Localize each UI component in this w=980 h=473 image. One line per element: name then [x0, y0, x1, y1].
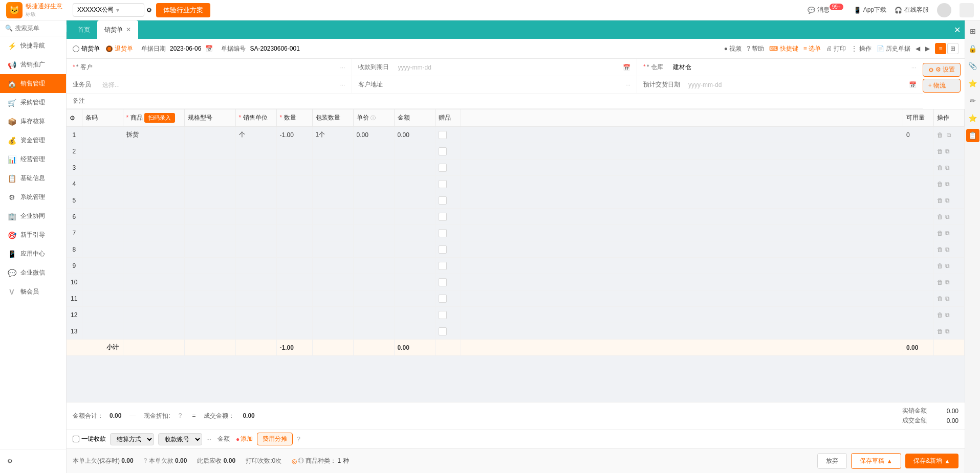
cell-gift-2[interactable]	[435, 143, 461, 160]
scan-button[interactable]: 扫码录入	[144, 113, 175, 123]
cell-unit-4[interactable]	[235, 176, 276, 192]
online-service-item[interactable]: 🎧 在线客服	[895, 6, 929, 14]
cell-gift-3[interactable]	[435, 160, 461, 176]
cell-pkgqty-11[interactable]	[312, 290, 353, 307]
cell-qty-7[interactable]	[276, 225, 312, 241]
trial-button[interactable]: 体验行业方案	[156, 3, 210, 17]
payment-date-input[interactable]	[398, 64, 623, 71]
cell-product-4[interactable]	[123, 176, 184, 192]
cell-price-6[interactable]	[353, 209, 394, 225]
radio-return-input[interactable]	[106, 46, 113, 52]
sidebar-item-newbie[interactable]: 🎯 新手引导	[0, 226, 66, 244]
cell-barcode-7[interactable]	[82, 225, 123, 241]
copy-icon-5[interactable]: ⧉	[945, 197, 950, 204]
customer-input[interactable]	[102, 64, 338, 71]
help-expense-icon[interactable]: ?	[297, 436, 300, 443]
cell-gift-13[interactable]	[435, 323, 461, 340]
float-btn-5[interactable]: ✏	[966, 94, 979, 107]
sidebar-item-appstore[interactable]: 📱 应用中心	[0, 244, 66, 263]
float-btn-4[interactable]: ⭐	[966, 77, 979, 90]
cell-barcode-10[interactable]	[82, 274, 123, 290]
cell-barcode-11[interactable]	[82, 290, 123, 307]
cell-price-9[interactable]	[353, 258, 394, 274]
save-draft-button[interactable]: 保存草稿 ▲	[851, 453, 901, 469]
delete-icon-7[interactable]: 🗑	[937, 230, 943, 237]
copy-icon-6[interactable]: ⧉	[945, 213, 950, 220]
cell-barcode-6[interactable]	[82, 209, 123, 225]
cell-qty-1[interactable]: -1.00	[276, 127, 312, 143]
cell-pkgqty-8[interactable]	[312, 241, 353, 258]
copy-icon-10[interactable]: ⧉	[945, 279, 950, 286]
cell-price-3[interactable]	[353, 160, 394, 176]
cell-product-13[interactable]	[123, 323, 184, 340]
cell-product-6[interactable]	[123, 209, 184, 225]
cell-unit-12[interactable]	[235, 307, 276, 323]
avatar[interactable]	[937, 3, 951, 17]
cell-barcode-8[interactable]	[82, 241, 123, 258]
cell-product-5[interactable]	[123, 192, 184, 209]
delete-icon-3[interactable]: 🗑	[937, 164, 943, 171]
cell-qty-9[interactable]	[276, 258, 312, 274]
copy-icon-4[interactable]: ⧉	[945, 181, 950, 188]
cell-unit-9[interactable]	[235, 258, 276, 274]
float-btn-orange[interactable]: 📋	[966, 129, 979, 142]
save-new-button[interactable]: 保存&新增 ▲	[905, 454, 959, 468]
float-btn-3[interactable]: 📎	[966, 59, 979, 73]
cell-qty-10[interactable]	[276, 274, 312, 290]
sidebar-item-member[interactable]: V 畅会员	[0, 282, 66, 301]
shortcut-btn[interactable]: ⌨ 快捷键	[769, 44, 798, 53]
cell-barcode-4[interactable]	[82, 176, 123, 192]
copy-icon-2[interactable]: ⧉	[945, 148, 950, 155]
cell-gift-8[interactable]	[435, 241, 461, 258]
cell-barcode-13[interactable]	[82, 323, 123, 340]
cell-spec-11[interactable]	[184, 290, 235, 307]
delete-icon-8[interactable]: 🗑	[937, 246, 943, 253]
delete-icon-13[interactable]: 🗑	[937, 328, 943, 335]
cell-spec-12[interactable]	[184, 307, 235, 323]
cell-pkgqty-10[interactable]	[312, 274, 353, 290]
delivery-calendar-icon[interactable]: 📅	[909, 81, 917, 88]
logistics-button[interactable]: + 物流	[923, 79, 961, 93]
cell-qty-4[interactable]	[276, 176, 312, 192]
add-payment-button[interactable]: ● 添加	[236, 435, 253, 443]
cell-spec-1[interactable]	[184, 127, 235, 143]
cell-price-8[interactable]	[353, 241, 394, 258]
help-discount-icon[interactable]: ?	[179, 412, 182, 419]
cell-unit-5[interactable]	[235, 192, 276, 209]
discard-button[interactable]: 放弃	[817, 453, 847, 469]
delete-icon-10[interactable]: 🗑	[937, 279, 943, 286]
grid-view-btn[interactable]: ⊞	[947, 43, 959, 54]
cell-unit-10[interactable]	[235, 274, 276, 290]
operation-btn[interactable]: ⋮ 操作	[851, 44, 871, 53]
cell-spec-9[interactable]	[184, 258, 235, 274]
cell-pkgqty-7[interactable]	[312, 225, 353, 241]
cell-qty-12[interactable]	[276, 307, 312, 323]
cell-pkgqty-4[interactable]	[312, 176, 353, 192]
radio-sales-input[interactable]	[73, 46, 79, 52]
cell-pkgqty-9[interactable]	[312, 258, 353, 274]
addr-dots-icon[interactable]: ···	[625, 81, 630, 88]
cell-pkgqty-3[interactable]	[312, 160, 353, 176]
salesman-input[interactable]	[102, 81, 338, 88]
settings-icon[interactable]: ⚙	[146, 7, 152, 14]
cell-qty-8[interactable]	[276, 241, 312, 258]
cell-price-13[interactable]	[353, 323, 394, 340]
col-gear[interactable]: ⚙	[67, 109, 82, 127]
customer-addr-input[interactable]	[398, 81, 624, 88]
cell-gift-1[interactable]	[435, 127, 461, 143]
copy-icon-3[interactable]: ⧉	[945, 164, 950, 171]
warehouse-dots-icon[interactable]: ···	[911, 64, 917, 71]
cell-gift-6[interactable]	[435, 209, 461, 225]
copy-icon-1[interactable]: ⧉	[947, 131, 951, 139]
cell-price-12[interactable]	[353, 307, 394, 323]
cell-price-4[interactable]	[353, 176, 394, 192]
cell-gift-7[interactable]	[435, 225, 461, 241]
cell-gift-9[interactable]	[435, 258, 461, 274]
sidebar-item-purchase[interactable]: 🛒 采购管理	[0, 93, 66, 112]
cell-spec-6[interactable]	[184, 209, 235, 225]
tab-close-all-icon[interactable]: ✕	[954, 25, 961, 35]
company-selector[interactable]: XXXXXX公司 ▾	[73, 3, 144, 17]
copy-icon-8[interactable]: ⧉	[945, 246, 950, 253]
copy-icon-11[interactable]: ⧉	[945, 295, 950, 302]
user-menu-icon[interactable]	[960, 3, 974, 17]
